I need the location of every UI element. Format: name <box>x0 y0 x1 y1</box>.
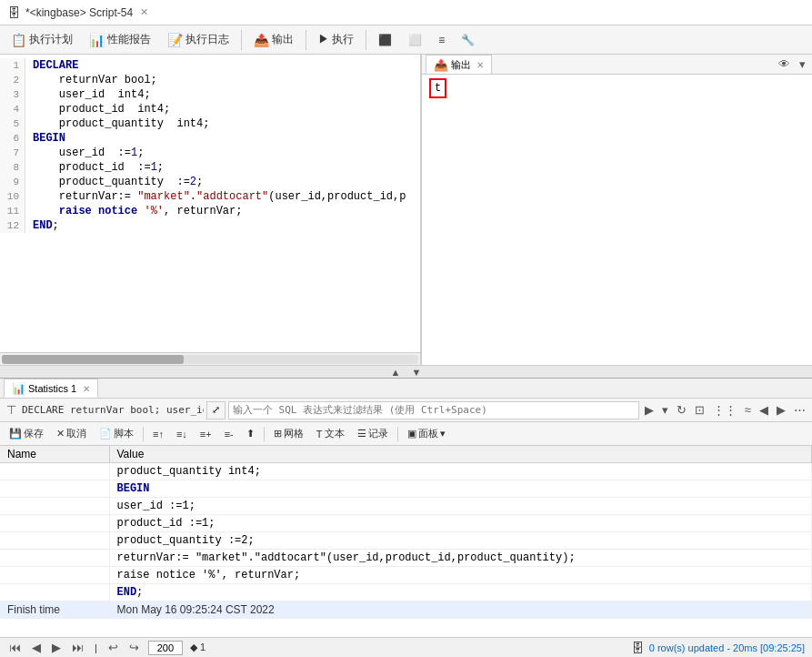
sql-input-container <box>228 401 639 419</box>
cancel-action-btn[interactable]: ✕ 取消 <box>51 424 92 443</box>
output-tab[interactable]: 📤 输出 ✕ <box>426 55 492 74</box>
finish-time-row: Finish time Mon May 16 09:25:24 CST 2022 <box>0 601 812 619</box>
sql-filter-input[interactable] <box>233 404 635 416</box>
stats-icon: 📊 <box>12 382 25 395</box>
sql-nav-right-btn[interactable]: ▶ <box>774 402 788 418</box>
collapse-down-arrow[interactable]: ▼ <box>412 367 422 378</box>
finish-time-label: Finish time <box>0 601 109 619</box>
output-tab-icon: 📤 <box>434 58 448 72</box>
row-del-btn[interactable]: ≡- <box>219 426 239 442</box>
table-row: product_id :=1; <box>0 515 812 532</box>
sql-refresh-btn[interactable]: ↻ <box>674 402 689 418</box>
sql-more-btn[interactable]: ⋯ <box>791 402 808 418</box>
perf-report-button[interactable]: 📊 性能报告 <box>82 28 158 51</box>
exec-plan-button[interactable]: 📋 执行计划 <box>4 28 80 51</box>
collapse-up-arrow[interactable]: ▲ <box>391 367 401 378</box>
table-row: product_quantity :=2; <box>0 532 812 550</box>
output-view-button[interactable]: 👁 <box>776 56 793 72</box>
text-view-btn[interactable]: T 文本 <box>311 424 350 443</box>
line-8: 8 product_id :=1; <box>0 160 420 175</box>
app-icon: 🗄 <box>7 5 20 20</box>
bottom-section: 📊 Statistics 1 ✕ ⊤ DECLARE returnVar boo… <box>0 378 812 657</box>
line-11: 11 raise notice '%', returnVar; <box>0 204 420 218</box>
exec-log-button[interactable]: 📝 执行日志 <box>160 28 236 51</box>
sql-col-btn[interactable]: ⋮⋮ <box>710 402 739 418</box>
sql-sort-btn[interactable]: ≈ <box>742 402 754 418</box>
stats-tab-close[interactable]: ✕ <box>83 384 90 394</box>
redo-btn[interactable]: ↪ <box>127 641 141 654</box>
save-action-btn[interactable]: 💾 保存 <box>4 424 49 443</box>
status-bar: ⏮ ◀ ▶ ⏭ | ↩ ↪ ◆ 1 🗄 0 row(s) updated - 2… <box>0 637 812 657</box>
output-icon: 📤 <box>254 33 269 47</box>
script-action-btn[interactable]: 📄 脚本 <box>94 424 139 443</box>
grid-view-btn[interactable]: ⊞ 网格 <box>268 424 309 443</box>
table-row: BEGIN <box>0 480 812 498</box>
status-right: 🗄 0 row(s) updated - 20ms [09:25:25] <box>631 641 805 655</box>
sql-run-btn[interactable]: ▶ <box>642 402 657 418</box>
output-result: t <box>429 78 446 98</box>
editor-hscrollbar[interactable] <box>0 352 420 365</box>
results-table: Name Value product_quantity int4; BEGIN <box>0 446 812 619</box>
expand-sql-btn[interactable]: ⤢ <box>206 401 226 419</box>
editor-content[interactable]: 1 DECLARE 2 returnVar bool; 3 user_id in… <box>0 55 420 352</box>
nav-first-btn[interactable]: ⏮ <box>7 641 23 654</box>
page-size-input[interactable] <box>148 641 183 655</box>
output-button[interactable]: 📤 输出 <box>246 28 301 51</box>
panel-view-btn[interactable]: ▣ 面板 ▾ <box>402 424 451 443</box>
main-area: 1 DECLARE 2 returnVar bool; 3 user_id in… <box>0 55 812 657</box>
panel-dropdown-icon: ▾ <box>440 428 446 440</box>
script-icon: 📄 <box>99 428 112 440</box>
toolbar-sep-2 <box>306 30 306 50</box>
grid-icon: ⊞ <box>274 428 282 440</box>
sql-dropdown-btn[interactable]: ▾ <box>659 402 671 418</box>
settings-button[interactable]: 🔧 <box>454 30 482 50</box>
nav-prev-btn[interactable]: ◀ <box>30 641 43 654</box>
code-editor[interactable]: 1 DECLARE 2 returnVar bool; 3 user_id in… <box>0 55 421 365</box>
table-row: product_quantity int4; <box>0 463 812 480</box>
row-down-btn[interactable]: ≡↓ <box>171 426 193 442</box>
upload-btn[interactable]: ⬆ <box>241 425 260 442</box>
line-10: 10 returnVar:= "market"."addtocart"(user… <box>0 189 420 204</box>
row-up-btn[interactable]: ≡↑ <box>147 426 169 442</box>
line-12: 12 END; <box>0 218 420 233</box>
nav-next-btn[interactable]: ▶ <box>50 641 63 654</box>
toolbar-sep-1 <box>241 30 242 50</box>
sql-nav-left-btn[interactable]: ◀ <box>757 402 771 418</box>
statistics-tab[interactable]: 📊 Statistics 1 ✕ <box>4 379 98 398</box>
results-area[interactable]: Name Value product_quantity int4; BEGIN <box>0 446 812 637</box>
action-sep-1 <box>143 427 144 441</box>
line-4: 4 product_id int4; <box>0 102 420 116</box>
line-7: 7 user_id :=1; <box>0 146 420 160</box>
title-bar: 🗄 *<kingbase> Script-54 ✕ <box>0 0 812 25</box>
action-sep-2 <box>264 427 265 441</box>
filter-declare-btn[interactable]: ⊤ <box>4 402 19 418</box>
sql-filter-btn[interactable]: ⊡ <box>692 402 707 418</box>
status-info-text: 0 row(s) updated - 20ms [09:25:25] <box>649 642 805 653</box>
record-icon: ☰ <box>357 428 366 440</box>
nav-last-btn[interactable]: ⏭ <box>70 641 85 654</box>
output-menu-button[interactable]: ▾ <box>797 56 808 72</box>
menu-button[interactable]: ≡ <box>431 30 452 50</box>
sql-declare-text: DECLARE returnVar bool; user_id <box>22 404 204 416</box>
text-icon: T <box>316 429 323 440</box>
output-tab-label: 输出 <box>451 58 471 72</box>
save-icon: 💾 <box>9 428 22 440</box>
table-row: END; <box>0 584 812 601</box>
run-button[interactable]: ▶ 执行 <box>311 28 361 51</box>
sql-toolbar: ⊤ DECLARE returnVar bool; user_id ⤢ ▶ ▾ … <box>0 399 812 422</box>
action-toolbar: 💾 保存 ✕ 取消 📄 脚本 ≡↑ ≡↓ ≡+ ≡- ⬆ ⊞ 网格 <box>0 422 812 446</box>
cancel-icon: ✕ <box>56 428 65 440</box>
output-tab-close[interactable]: ✕ <box>476 60 484 70</box>
output-tab-bar: 📤 输出 ✕ 👁 ▾ <box>422 55 812 75</box>
close-button[interactable]: ✕ <box>140 6 148 18</box>
status-left: ⏮ ◀ ▶ ⏭ | ↩ ↪ ◆ 1 <box>7 641 206 655</box>
format-button[interactable]: ⬜ <box>401 30 429 50</box>
output-content: t <box>422 75 812 365</box>
row-add-btn[interactable]: ≡+ <box>195 426 217 442</box>
line-2: 2 returnVar bool; <box>0 73 420 87</box>
undo-btn[interactable]: ↩ <box>106 641 120 654</box>
col-header-value: Value <box>109 446 812 463</box>
stop-button[interactable]: ⬛ <box>371 30 399 50</box>
collapse-bar: ▲ ▼ <box>0 365 812 378</box>
record-view-btn[interactable]: ☰ 记录 <box>352 424 394 443</box>
